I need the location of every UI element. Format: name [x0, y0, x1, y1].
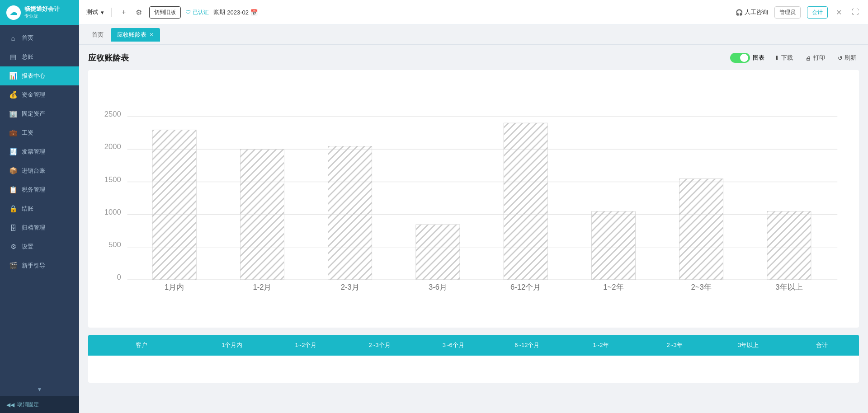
period-value: 2023-02 — [227, 9, 249, 16]
page-title: 应收账龄表 — [88, 52, 129, 63]
logo-badge: 专业版 — [24, 13, 60, 19]
nav-icon-capital: 💰 — [9, 91, 17, 99]
nav-label-ledger: 总账 — [22, 53, 33, 61]
table-header-cell-4: 3~6个月 — [416, 335, 490, 356]
svg-text:0: 0 — [117, 273, 121, 282]
topbar: 测试 ▾ + ⚙ 切到旧版 🛡 已认证 账期 2023-02 📅 🎧 人工咨询 … — [79, 0, 868, 25]
table-body — [88, 356, 859, 383]
nav-label-close: 结账 — [22, 205, 33, 213]
bar-5 — [504, 123, 547, 280]
sidebar-item-capital[interactable]: 💰资金管理 — [0, 85, 79, 104]
nav-icon-ledger: ▤ — [9, 53, 17, 61]
nav-icon-inventory: 📦 — [9, 167, 17, 175]
user-button[interactable]: 管理员 — [774, 6, 801, 19]
main-area: 测试 ▾ + ⚙ 切到旧版 🛡 已认证 账期 2023-02 📅 🎧 人工咨询 … — [79, 0, 868, 413]
tab-close-icon[interactable]: ✕ — [149, 32, 154, 38]
refresh-label: 刷新 — [844, 54, 856, 62]
sidebar-unpin-footer[interactable]: ◀◀ 取消固定 — [0, 396, 79, 413]
topbar-right-group: 🎧 人工咨询 管理员 会计 ✕ ⛶ — [736, 6, 861, 19]
table-header-row: 客户1个月内1~2个月2~3个月3~6个月6~12个月1~2年2~3年3年以上合… — [88, 335, 859, 356]
calendar-icon[interactable]: 📅 — [250, 9, 258, 16]
table-header-cell-0: 客户 — [88, 335, 195, 356]
chart-toggle-group: 图表 — [730, 53, 764, 63]
nav-label-reports: 报表中心 — [22, 72, 45, 80]
close-icon[interactable]: ✕ — [834, 6, 844, 19]
logo-name: 畅捷通好会计 — [24, 5, 60, 13]
ar-aging-table: 客户1个月内1~2个月2~3个月3~6个月6~12个月1~2年2~3年3年以上合… — [88, 335, 859, 383]
print-icon: 🖨 — [806, 55, 811, 61]
print-button[interactable]: 🖨 打印 — [803, 52, 828, 64]
sidebar-item-tax[interactable]: 📋税务管理 — [0, 180, 79, 199]
nav-label-settings: 设置 — [22, 243, 33, 251]
page-actions: 图表 ⬇ 下载 🖨 打印 ↺ 刷新 — [730, 52, 859, 64]
svg-text:3-6月: 3-6月 — [429, 283, 447, 291]
sidebar-item-settings[interactable]: ⚙设置 — [0, 237, 79, 256]
service-label: 人工咨询 — [745, 8, 768, 16]
tab-ar-aging[interactable]: 应收账龄表 ✕ — [111, 28, 160, 42]
settings-icon-button[interactable]: ⚙ — [133, 6, 145, 19]
svg-text:500: 500 — [108, 240, 121, 249]
unpin-icon: ◀◀ — [6, 402, 14, 408]
bar-3 — [328, 146, 372, 280]
svg-text:1500: 1500 — [104, 175, 121, 184]
svg-text:1-2月: 1-2月 — [253, 283, 271, 291]
period-label: 账期 — [213, 8, 225, 16]
certified-status: 🛡 已认证 — [185, 9, 209, 16]
nav-label-home: 首页 — [22, 34, 33, 42]
svg-text:1月内: 1月内 — [165, 283, 184, 291]
table-header-cell-1: 1个月内 — [195, 335, 269, 356]
period-display: 账期 2023-02 📅 — [213, 8, 258, 16]
svg-text:2000: 2000 — [104, 142, 121, 151]
nav-label-capital: 资金管理 — [22, 91, 45, 99]
svg-text:2~3年: 2~3年 — [691, 283, 712, 291]
role-button[interactable]: 会计 — [807, 6, 828, 19]
sidebar-logo: ☁ 畅捷通好会计 专业版 — [0, 0, 79, 25]
headset-icon: 🎧 — [736, 9, 743, 16]
bar-chart: 0 500 1000 1500 2000 2500 — [97, 79, 850, 317]
refresh-button[interactable]: ↺ 刷新 — [835, 52, 859, 64]
sidebar-item-salary[interactable]: 💼工资 — [0, 123, 79, 142]
sidebar-item-inventory[interactable]: 📦进销台账 — [0, 161, 79, 180]
chart-container: 0 500 1000 1500 2000 2500 — [88, 70, 859, 328]
chart-toggle-switch[interactable] — [730, 53, 750, 63]
download-label: 下载 — [781, 54, 793, 62]
logo-icon: ☁ — [6, 5, 21, 20]
sidebar-item-ledger[interactable]: ▤总账 — [0, 47, 79, 66]
svg-text:1~2年: 1~2年 — [603, 283, 623, 291]
svg-text:6-12个月: 6-12个月 — [510, 283, 541, 291]
nav-icon-archive: 🗄 — [9, 224, 17, 232]
add-button[interactable]: + — [119, 6, 128, 18]
tabs-bar: 首页 应收账龄表 ✕ — [79, 25, 868, 45]
nav-icon-salary: 💼 — [9, 129, 17, 137]
nav-icon-settings: ⚙ — [9, 243, 17, 251]
svg-text:2-3月: 2-3月 — [341, 283, 359, 291]
chevron-down-icon: ▾ — [101, 9, 104, 16]
sidebar-item-home[interactable]: ⌂首页 — [0, 28, 79, 47]
switch-old-version-button[interactable]: 切到旧版 — [149, 6, 181, 19]
table-header-cell-7: 2~3年 — [638, 335, 712, 356]
human-service-button[interactable]: 🎧 人工咨询 — [736, 8, 768, 16]
bar-2 — [240, 149, 284, 280]
sidebar-item-assets[interactable]: 🏢固定资产 — [0, 104, 79, 123]
sidebar-item-invoice[interactable]: 🧾发票管理 — [0, 142, 79, 161]
bar-6 — [591, 211, 635, 280]
print-label: 打印 — [813, 54, 825, 62]
nav-label-tax: 税务管理 — [22, 186, 45, 194]
project-selector[interactable]: 测试 ▾ — [86, 8, 104, 16]
download-button[interactable]: ⬇ 下载 — [772, 52, 796, 64]
expand-icon[interactable]: ⛶ — [850, 6, 861, 18]
sidebar-item-reports[interactable]: 📊报表中心 — [0, 66, 79, 85]
page-content: 应收账龄表 图表 ⬇ 下载 🖨 打印 ↺ — [79, 45, 868, 413]
project-name: 测试 — [86, 8, 98, 16]
table-header-cell-6: 1~2年 — [564, 335, 637, 356]
sidebar-item-close[interactable]: 🔒结账 — [0, 199, 79, 218]
table-header-cell-8: 3年以上 — [712, 335, 785, 356]
logo-text-group: 畅捷通好会计 专业版 — [24, 5, 60, 19]
sidebar-item-guide[interactable]: 🎬新手引导 — [0, 256, 79, 275]
tab-home[interactable]: 首页 — [86, 28, 109, 42]
unpin-label: 取消固定 — [17, 401, 39, 408]
sidebar-scroll-down[interactable]: ▼ — [0, 383, 79, 396]
nav-icon-home: ⌂ — [9, 34, 17, 42]
sidebar-item-archive[interactable]: 🗄归档管理 — [0, 218, 79, 237]
nav-label-guide: 新手引导 — [22, 262, 45, 270]
